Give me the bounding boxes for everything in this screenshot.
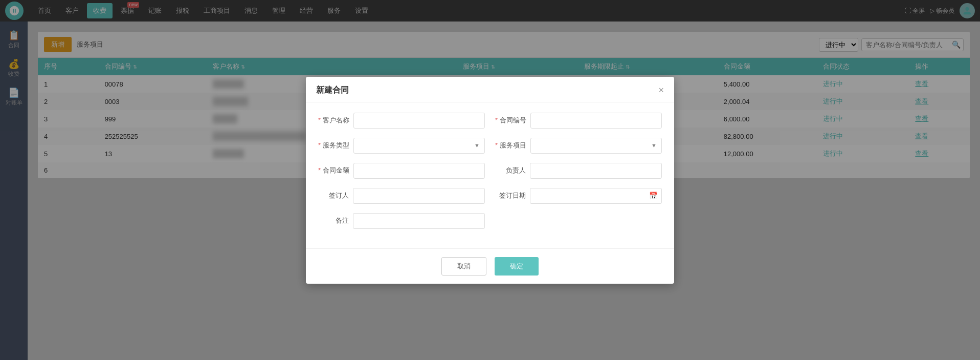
- contract-no-input[interactable]: [530, 113, 662, 129]
- amount-input[interactable]: 0.00: [353, 163, 485, 179]
- dialog-footer: 取消 确定: [306, 248, 674, 284]
- responsible-label: 负责人: [495, 166, 526, 175]
- sign-date-label: 签订日期: [495, 191, 526, 200]
- date-input-wrapper: 2023-06-06 📅: [530, 188, 662, 204]
- field-note-spacer: [495, 213, 662, 229]
- form-row-3: 合同金额 0.00 负责人: [318, 163, 662, 179]
- cancel-button[interactable]: 取消: [441, 257, 486, 276]
- note-label: 备注: [318, 216, 349, 225]
- service-item-select-wrapper: ▼: [530, 138, 662, 154]
- field-service-item: 服务项目 ▼: [495, 138, 662, 154]
- calendar-icon[interactable]: 📅: [649, 192, 658, 200]
- field-responsible: 负责人: [495, 163, 662, 179]
- service-item-label: 服务项目: [495, 141, 526, 150]
- dialog-close-button[interactable]: ×: [658, 86, 664, 95]
- responsible-input[interactable]: [530, 163, 662, 179]
- form-row-4: 签订人 签订日期 2023-06-06 📅: [318, 188, 662, 204]
- field-signer: 签订人: [318, 188, 485, 204]
- confirm-button[interactable]: 确定: [495, 257, 539, 276]
- client-name-label: 客户名称: [318, 116, 349, 125]
- signer-label: 签订人: [318, 191, 349, 200]
- note-input[interactable]: [353, 213, 485, 229]
- service-type-select[interactable]: [353, 138, 485, 154]
- signer-input[interactable]: [353, 188, 485, 204]
- field-note: 备注: [318, 213, 485, 229]
- service-item-select[interactable]: [530, 138, 662, 154]
- field-client-name: 客户名称: [318, 113, 485, 129]
- dialog-body: 客户名称 合同编号 服务类型 ▼: [306, 102, 674, 248]
- modal-overlay: 新建合同 × 客户名称 合同编号 服务类型: [0, 0, 980, 360]
- service-type-select-wrapper: ▼: [353, 138, 485, 154]
- dialog-header: 新建合同 ×: [306, 77, 674, 102]
- field-contract-no: 合同编号: [495, 113, 662, 129]
- client-name-input[interactable]: [353, 113, 485, 129]
- service-type-label: 服务类型: [318, 141, 349, 150]
- field-sign-date: 签订日期 2023-06-06 📅: [495, 188, 662, 204]
- new-contract-dialog: 新建合同 × 客户名称 合同编号 服务类型: [306, 77, 674, 284]
- form-row-1: 客户名称 合同编号: [318, 113, 662, 129]
- form-row-2: 服务类型 ▼ 服务项目 ▼: [318, 138, 662, 154]
- sign-date-input[interactable]: 2023-06-06: [530, 188, 662, 204]
- contract-no-label: 合同编号: [495, 116, 526, 125]
- field-service-type: 服务类型 ▼: [318, 138, 485, 154]
- amount-label: 合同金额: [318, 166, 349, 175]
- form-row-5: 备注: [318, 213, 662, 229]
- field-amount: 合同金额 0.00: [318, 163, 485, 179]
- dialog-title: 新建合同: [316, 85, 349, 96]
